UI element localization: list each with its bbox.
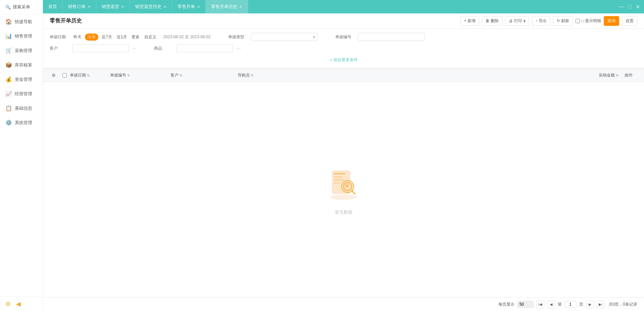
query-button[interactable]: 查询 [604,16,619,26]
tab-sales-return-label: 销货退货 [102,4,119,10]
tab-home-label: 首页 [48,4,57,10]
sort-date-icon: ⇅ [87,73,90,77]
svg-point-0 [330,195,357,200]
tab-retail-history-close[interactable]: ✕ [239,5,242,9]
doc-type-label: 单据类型 [228,34,247,40]
th-date[interactable]: 单据日期 ⇅ [70,72,110,78]
sidebar-bottom: ⚙ ◀ [0,297,43,311]
customer-input[interactable] [72,44,129,52]
sidebar-item-purchase-mgmt[interactable]: 🛒 采购管理 [0,43,43,58]
sort-guide-icon: ⇅ [251,73,253,77]
sidebar-search-label: 搜索采单 [13,4,30,10]
tab-sales-return[interactable]: 销货退货 ✕ [96,0,130,13]
th-customer[interactable]: 客户 ⇅ [170,72,238,78]
page-next-button[interactable]: ▶ [586,300,594,308]
goods-select-dots[interactable]: ··· [237,46,241,51]
doc-number-input[interactable] [358,33,425,41]
sidebar-item-sales-mgmt[interactable]: 📊 销售管理 [0,29,43,43]
page-prev-button[interactable]: ◀ [547,300,555,308]
delete-button[interactable]: 🗑 删除 [482,16,502,26]
add-button[interactable]: + 新增 [460,16,479,26]
page-size-select[interactable]: 50 100 200 [517,301,534,308]
select-all-checkbox-wrap[interactable] [59,73,70,77]
page-label: 页 [579,302,583,307]
page-last-button[interactable]: ▶| [597,300,605,308]
th-amount[interactable]: 实销金额 ⇅ [585,72,618,78]
doc-number-label: 单据编号 [335,34,354,40]
svg-rect-5 [334,183,341,184]
tab-sales-return-history-close[interactable]: ✕ [163,5,166,9]
sidebar-item-system-mgmt[interactable]: ⚙️ 系统管理 [0,115,43,130]
window-minimize-button[interactable]: — [619,4,624,10]
tab-retail-open[interactable]: 零售开单 ✕ [172,0,206,13]
sidebar-item-label: 采购管理 [15,48,32,54]
page-first-button[interactable]: |◀ [536,300,544,308]
filter-row-1: 单据日期 昨天 今天 近7天 近1月 更多 自定义 2023-06-02 至 2… [50,33,637,41]
display-detail-checkbox[interactable] [576,19,580,23]
customer-select-dots[interactable]: ··· [133,46,137,51]
th-guide[interactable]: 导购员 ⇅ [238,72,278,78]
date-opt-last1m[interactable]: 近1月 [115,34,129,41]
tab-retail-history[interactable]: 零售开单历史 ✕ [206,0,248,13]
refresh-button[interactable]: ↻ 刷新 [553,16,573,26]
print-button[interactable]: 🖨 打印 ▾ [505,16,529,26]
settings-bottom-button[interactable]: ⚙ [5,300,11,308]
tab-retail-open-label: 零售开单 [178,4,195,10]
sidebar-item-quick-nav[interactable]: 🏠 快捷导航 [0,14,43,29]
window-maximize-button[interactable]: □ [628,4,632,10]
filter-row-2: 客户 ··· 商品 ··· [50,44,637,52]
date-opt-last7[interactable]: 近7天 [100,34,113,41]
tab-home[interactable]: 首页 [43,0,63,13]
sidebar-item-label: 销售管理 [15,33,32,39]
tab-sales-order[interactable]: 销售订单 ✕ [63,0,96,13]
tab-sales-return-history[interactable]: 销货退货历史 ✕ [130,0,172,13]
empty-state-icon [324,164,364,204]
tab-sales-return-close[interactable]: ✕ [121,5,124,9]
pagination: 每页显示 50 100 200 |◀ ◀ 第 1 页 ▶ ▶| 共0页，0条记录 [43,297,644,311]
doc-type-select[interactable] [251,33,318,41]
sort-number-icon: ⇅ [127,73,130,77]
display-detail-toggle[interactable]: □ 显示明细 [576,18,601,24]
finance-icon: 💰 [5,76,12,83]
sidebar-search[interactable]: 🔍 搜索采单 [0,0,43,14]
sidebar-item-finance[interactable]: 💰 资金管理 [0,72,43,87]
tab-sales-order-close[interactable]: ✕ [88,5,91,9]
page-label-pre: 第 [558,302,562,307]
tab-sales-order-label: 销售订单 [68,4,86,10]
export-button[interactable]: ↑ 导出 [532,16,550,26]
system-icon: ⚙️ [5,119,12,126]
collapse-filter-button[interactable]: ∧ 收起更多条件 [50,56,637,64]
page-number-input[interactable]: 1 [564,301,577,308]
sidebar-item-operations[interactable]: 📈 经营管理 [0,87,43,101]
page-total-text: 共0页，0条记录 [609,302,637,307]
date-opt-custom[interactable]: 自定义 [143,34,158,41]
column-settings-button[interactable]: ⚙ [48,73,59,78]
sidebar-item-label: 系统管理 [15,120,32,126]
add-button-label: + 新增 [464,18,476,24]
goods-filter-label: 商品 [154,46,172,51]
collapse-sidebar-button[interactable]: ◀ [16,300,21,308]
nav-right-controls: — □ ✕ [615,4,644,10]
display-detail-label: □ 显示明细 [581,18,601,24]
th-customer-label: 客户 [170,72,179,78]
goods-input[interactable] [177,44,233,52]
refresh-button-label: ↻ 刷新 [557,18,569,24]
th-date-label: 单据日期 [70,72,86,78]
select-all-checkbox[interactable] [62,73,67,77]
export-button-label: ↑ 导出 [536,18,547,24]
date-opt-today[interactable]: 今天 [85,34,98,41]
inventory-icon: 📦 [5,62,12,68]
sidebar-item-basic-info[interactable]: 📋 基础信息 [0,101,43,115]
settings-button[interactable]: 设置 [622,16,637,26]
date-opt-yesterday[interactable]: 昨天 [72,34,83,41]
empty-state-text: 暂无数据 [335,209,352,215]
sales-icon: 📊 [5,33,12,39]
date-options: 昨天 今天 近7天 近1月 更多 自定义 [72,34,158,41]
window-close-button[interactable]: ✕ [636,4,640,10]
tab-retail-open-close[interactable]: ✕ [197,5,200,9]
sidebar-item-inventory[interactable]: 📦 库存核算 [0,58,43,72]
th-number[interactable]: 单据编号 ⇅ [110,72,170,78]
operations-icon: 📈 [5,91,12,97]
collapse-filter-label: ∧ 收起更多条件 [329,57,358,63]
date-opt-more[interactable]: 更多 [130,34,141,41]
